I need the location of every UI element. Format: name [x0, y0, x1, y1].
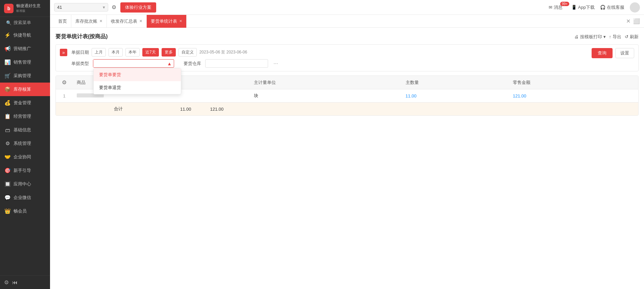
tab-order-stats[interactable]: 要货单统计表 ✕	[147, 15, 187, 28]
tab-order-close-icon[interactable]: ✕	[179, 19, 182, 23]
tab-batch-account[interactable]: 库存批次账 ✕	[71, 15, 107, 28]
sidebar: b 畅捷通好生意 标准版 🔍 搜索菜单 ⚡ 快捷导航 📢 营销推广 📊 销售管理…	[0, 0, 50, 289]
sidebar-item-purchase[interactable]: 🛒 采购管理	[0, 69, 50, 83]
sidebar-logo: b 畅捷通好生意 标准版	[0, 0, 50, 17]
date-btn-current-year[interactable]: 本年	[125, 48, 140, 57]
warehouse-filter-input[interactable]	[205, 59, 268, 68]
app-download-button[interactable]: 📱 App下载	[571, 4, 595, 10]
date-btn-last7days[interactable]: 近7天	[142, 48, 159, 57]
amount-link[interactable]: 121.00	[513, 93, 526, 98]
app-name: 畅捷通好生意	[16, 3, 41, 9]
tab-income-close-icon[interactable]: ✕	[139, 19, 142, 23]
filter-content: 单据日期 上月 本月 本年 近7天 更多 自定义 2023-05-06 至 20…	[71, 48, 634, 68]
more-filter-icon[interactable]: ···	[272, 61, 279, 67]
sidebar-item-label: 畅会员	[14, 208, 46, 214]
setup-button[interactable]: 设置	[615, 48, 634, 58]
print-button[interactable]: 🖨 按模板打印 ▾	[574, 34, 606, 40]
sidebar-item-apps[interactable]: 🔲 应用中心	[0, 177, 50, 191]
col-amount: 零售金额	[509, 76, 638, 89]
sidebar-item-label: 快捷导航	[14, 32, 46, 38]
tab-close-window-icon[interactable]: ✕	[626, 18, 630, 24]
tab-home[interactable]: 首页	[54, 15, 71, 28]
print-icon: 🖨	[574, 34, 579, 39]
tab-batch-close-icon[interactable]: ✕	[99, 19, 102, 23]
export-button[interactable]: ↑ 导出	[609, 34, 622, 40]
refresh-icon: ↺	[625, 34, 628, 39]
header-settings-icon[interactable]: ⚙	[112, 4, 116, 10]
refresh-button[interactable]: ↺ 刷新	[625, 34, 639, 40]
sales-icon: 📊	[4, 59, 11, 66]
member-icon: 👑	[4, 208, 11, 215]
date-btn-more[interactable]: 更多	[162, 48, 176, 57]
column-settings-icon[interactable]: ⚙	[62, 80, 67, 85]
cell-unit: 块	[250, 89, 401, 103]
app-version: 标准版	[16, 9, 41, 13]
tab-maximize-icon[interactable]: ⬜	[633, 18, 640, 24]
sidebar-item-label: 系统管理	[14, 140, 46, 147]
sidebar-item-enterprise[interactable]: 🤝 企业协同	[0, 150, 50, 164]
sidebar-item-marketing[interactable]: 📢 营销推广	[0, 42, 50, 55]
warehouse-filter-label: 要货仓库	[184, 61, 201, 67]
date-btn-current-month[interactable]: 本月	[109, 48, 123, 57]
sidebar-settings-icon[interactable]: ⚙	[4, 279, 9, 286]
sidebar-item-operations[interactable]: 📋 经营管理	[0, 110, 50, 123]
online-service-label: 在线客服	[607, 4, 624, 10]
cell-qty: 11.00	[402, 89, 509, 103]
sidebar-item-label: 新手引导	[14, 168, 46, 174]
filter-type-row: 单据类型 ▲ 要货单要货 要货单退货 要货仓库	[71, 59, 279, 68]
company-name: 41	[57, 5, 62, 10]
sidebar-item-inventory[interactable]: 📦 库存核算	[0, 83, 50, 96]
footer-total-amount: 121.00	[210, 107, 224, 112]
sidebar-bottom: ⚙ ⏮	[0, 275, 50, 289]
filter-expand-button[interactable]: »	[60, 49, 67, 56]
app-logo-icon: b	[4, 4, 14, 13]
export-icon: ↑	[609, 34, 612, 39]
sidebar-item-member[interactable]: 👑 畅会员	[0, 204, 50, 218]
sidebar-search[interactable]: 🔍 搜索菜单	[0, 17, 50, 28]
type-filter-label: 单据类型	[71, 61, 89, 67]
sidebar-item-label: 经营管理	[14, 113, 46, 119]
date-btn-custom[interactable]: 自定义	[178, 48, 197, 57]
online-service-button[interactable]: 🎧 在线客服	[600, 4, 624, 10]
type-dropdown-chevron-icon[interactable]: ▲	[165, 61, 174, 66]
tab-income-summary[interactable]: 收发存汇总表 ✕	[107, 15, 147, 28]
wechat-icon: 💬	[4, 194, 11, 201]
dropdown-item-order-return[interactable]: 要货单退货	[94, 81, 181, 94]
message-icon: ✉	[549, 5, 552, 10]
sidebar-item-label: 销售管理	[14, 59, 46, 65]
cell-amount: 121.00	[509, 89, 638, 103]
page-content: 要货单统计表(按商品) 🖨 按模板打印 ▾ ↑ 导出 ↺ 刷新	[50, 28, 644, 289]
header-right: ✉ 消息 99+ 📱 App下载 🎧 在线客服	[549, 2, 640, 13]
page-inner: 要货单统计表(按商品) 🖨 按模板打印 ▾ ↑ 导出 ↺ 刷新	[50, 28, 644, 289]
sidebar-item-basic[interactable]: 🗃 基础信息	[0, 123, 50, 137]
apps-icon: 🔲	[4, 181, 11, 187]
sidebar-item-sales[interactable]: 📊 销售管理	[0, 55, 50, 69]
query-button[interactable]: 查询	[592, 48, 613, 58]
tab-batch-account-label: 库存批次账	[75, 18, 97, 24]
user-avatar[interactable]	[630, 2, 640, 13]
dropdown-item-order-request[interactable]: 要货单要货	[94, 68, 181, 81]
print-chevron-icon: ▾	[603, 34, 606, 39]
sidebar-item-label: 应用中心	[14, 181, 46, 187]
col-settings: ⚙	[56, 76, 73, 89]
sidebar-item-label: 采购管理	[14, 73, 46, 79]
sidebar-item-quick-nav[interactable]: ⚡ 快捷导航	[0, 28, 50, 42]
table-footer: 合计 11.00 121.00	[56, 102, 638, 115]
finance-icon: 💰	[4, 99, 11, 106]
type-filter-input[interactable]	[93, 60, 165, 67]
date-btn-up-month[interactable]: 上月	[92, 48, 106, 57]
sidebar-item-label: 企业协同	[14, 154, 46, 160]
sidebar-item-newbie[interactable]: 🎯 新手引导	[0, 164, 50, 177]
sidebar-item-system[interactable]: ⚙ 系统管理	[0, 137, 50, 150]
message-button[interactable]: ✉ 消息 99+	[549, 4, 566, 10]
tab-income-summary-label: 收发存汇总表	[111, 18, 137, 24]
qty-link[interactable]: 11.00	[406, 93, 417, 98]
sidebar-item-finance[interactable]: 💰 资金管理	[0, 96, 50, 110]
sidebar-item-wechat[interactable]: 💬 企业微信	[0, 191, 50, 204]
page-actions: 🖨 按模板打印 ▾ ↑ 导出 ↺ 刷新	[574, 34, 639, 40]
company-selector[interactable]: 41 ▾	[54, 3, 108, 12]
trial-button[interactable]: 体验行业方案	[120, 2, 156, 13]
sidebar-toggle-icon[interactable]: ⏮	[12, 280, 18, 286]
tab-window-buttons: ✕ ⬜	[626, 18, 640, 24]
service-icon: 🎧	[600, 5, 605, 10]
